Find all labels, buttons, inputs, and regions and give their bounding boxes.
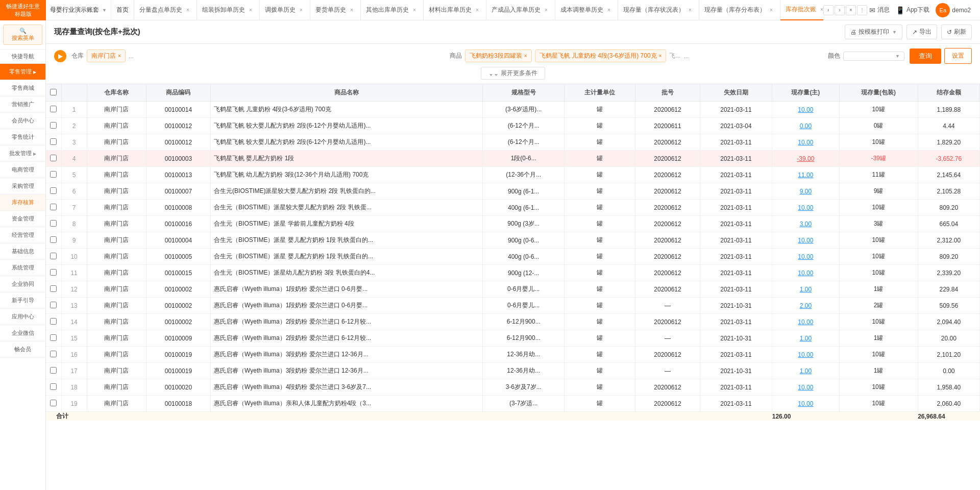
tab-close-icon[interactable]: × — [768, 7, 775, 14]
row-checkbox[interactable] — [50, 122, 57, 129]
sidebar-item-system[interactable]: 系统管理 — [0, 260, 45, 276]
tab-stock-status[interactable]: 现存量（库存状况表） × — [618, 0, 699, 20]
sidebar-item-retail-stats[interactable]: 零售统计 — [0, 129, 45, 145]
tab-close-icon[interactable]: × — [247, 7, 254, 14]
tab-prev-btn[interactable]: ‹ — [823, 5, 834, 15]
row-checkbox[interactable] — [50, 236, 57, 243]
tab-next-btn[interactable]: › — [835, 5, 845, 15]
account-dropdown[interactable]: 母婴行业演示账套 ▼ — [46, 0, 111, 20]
color-filter-dropdown[interactable]: ▼ — [843, 52, 904, 61]
tab-close-icon[interactable]: × — [687, 7, 694, 14]
sidebar-item-enterprise-wechat[interactable]: 企业微信 — [0, 325, 45, 341]
tab-stock-dist[interactable]: 现存量（库存分布表） × — [699, 0, 780, 20]
tab-product-in-history[interactable]: 产成品入库单历史 × — [486, 0, 555, 20]
tab-close-all-btn[interactable]: × — [846, 5, 856, 15]
row-stock-main[interactable]: 9.00 — [772, 183, 839, 200]
tab-split-history[interactable]: 分量盘点单历史 × — [134, 0, 197, 20]
warehouse-filter-tag[interactable]: 南岸门店 × — [87, 50, 126, 62]
sidebar-item-marketing[interactable]: 营销推广 — [0, 96, 45, 113]
row-stock-main[interactable]: 3.00 — [772, 216, 839, 232]
expand-filter-btn[interactable]: ▶ — [54, 50, 66, 62]
tab-request-history[interactable]: 要货单历史 × — [310, 0, 361, 20]
row-stock-main[interactable]: 10.00 — [772, 347, 839, 363]
row-checkbox[interactable] — [50, 138, 57, 145]
row-stock-main[interactable]: -39.00 — [772, 151, 839, 167]
row-checkbox[interactable] — [50, 318, 57, 325]
sidebar-item-retail-mall[interactable]: 零售商城 — [0, 80, 45, 96]
tab-other-out-history[interactable]: 其他出库单历史 × — [361, 0, 424, 20]
sidebar-item-member[interactable]: 会员中心 — [0, 113, 45, 129]
tab-material-out-history[interactable]: 材料出库单历史 × — [424, 0, 486, 20]
row-stock-main[interactable]: 1.00 — [772, 363, 839, 379]
tab-close-icon[interactable]: × — [605, 7, 612, 14]
search-btn[interactable]: 查询 — [910, 48, 941, 64]
row-checkbox[interactable] — [50, 400, 57, 406]
row-stock-main[interactable]: 10.00 — [772, 396, 839, 412]
row-stock-main[interactable]: 10.00 — [772, 134, 839, 151]
remove-warehouse-tag-btn[interactable]: × — [118, 53, 121, 59]
row-stock-main[interactable]: 11.00 — [772, 167, 839, 183]
row-checkbox[interactable] — [50, 220, 57, 227]
row-stock-main[interactable]: 10.00 — [772, 265, 839, 281]
row-checkbox[interactable] — [50, 351, 57, 357]
sidebar-item-purchase[interactable]: 采购管理 — [0, 178, 45, 194]
row-stock-main[interactable]: 10.00 — [772, 200, 839, 216]
sidebar-item-inventory[interactable]: 库存核算 — [0, 194, 45, 211]
search-btn[interactable]: 🔍 搜索英单 — [3, 24, 42, 45]
row-stock-main[interactable]: 0.00 — [772, 118, 839, 134]
setting-btn[interactable]: 设置 — [944, 48, 972, 64]
sidebar-item-wholesale[interactable]: 批发管理 ▶ — [0, 145, 45, 162]
row-stock-main[interactable]: 2.00 — [772, 298, 839, 314]
template-print-btn[interactable]: 🖨 按模板打印 ▼ — [845, 24, 902, 39]
sidebar-item-enterprise[interactable]: 企业协同 — [0, 276, 45, 292]
tab-close-icon[interactable]: × — [298, 7, 305, 14]
row-checkbox[interactable] — [50, 171, 57, 178]
tab-menu-btn[interactable]: ⋮ — [857, 5, 867, 15]
row-stock-main[interactable]: 10.00 — [772, 314, 839, 330]
export-btn[interactable]: ↗ 导出 — [906, 24, 937, 39]
sidebar-item-operations[interactable]: 经营管理 — [0, 227, 45, 243]
row-checkbox[interactable] — [50, 383, 57, 390]
sidebar-item-vip[interactable]: 畅会员 — [0, 341, 45, 358]
sidebar-item-basic[interactable]: 基础信息 — [0, 243, 45, 260]
sidebar-item-app-center[interactable]: 应用中心 — [0, 309, 45, 325]
quick-nav-btn[interactable]: 快捷导航 — [0, 50, 45, 64]
product-filter-tag-1[interactable]: 飞鹤奶粉3段四罐装 × — [465, 50, 532, 62]
tab-disassemble-history[interactable]: 组装拆卸单历史 × — [197, 0, 260, 20]
row-checkbox[interactable] — [50, 155, 57, 161]
tab-cost-adjust-history[interactable]: 成本调整单历史 × — [555, 0, 618, 20]
row-stock-main[interactable]: 10.00 — [772, 102, 839, 118]
user-area[interactable]: Ea demo2 — [936, 3, 971, 17]
remove-product-tag-2-btn[interactable]: × — [659, 53, 662, 59]
row-stock-main[interactable]: 10.00 — [772, 232, 839, 249]
sidebar-item-finance[interactable]: 资金管理 — [0, 211, 45, 227]
tab-home[interactable]: 首页 — [111, 0, 134, 20]
row-checkbox[interactable] — [50, 269, 57, 276]
tab-close-icon[interactable]: × — [411, 7, 418, 14]
tab-close-icon[interactable]: × — [543, 7, 550, 14]
row-checkbox[interactable] — [50, 334, 57, 341]
refresh-btn[interactable]: ↺ 刷新 — [941, 24, 972, 39]
remove-product-tag-1-btn[interactable]: × — [524, 53, 527, 59]
row-checkbox[interactable] — [50, 285, 57, 292]
tab-close-icon[interactable]: × — [818, 6, 823, 13]
row-checkbox[interactable] — [50, 106, 57, 112]
message-btn[interactable]: ✉ 消息 — [869, 6, 890, 14]
expand-more-btn[interactable]: ⌄⌄ 展开更多条件 — [481, 67, 545, 80]
sidebar-item-guide[interactable]: 新手引导 — [0, 292, 45, 309]
row-checkbox[interactable] — [50, 187, 57, 194]
tab-batch-voucher[interactable]: 库存批次账 × — [780, 0, 823, 20]
tab-close-icon[interactable]: × — [474, 7, 481, 14]
tab-close-icon[interactable]: × — [184, 7, 191, 14]
select-all-checkbox[interactable] — [50, 89, 57, 95]
tab-mix-history[interactable]: 调拨单历史 × — [260, 0, 310, 20]
row-stock-main[interactable]: 10.00 — [772, 379, 839, 396]
tab-close-icon[interactable]: × — [348, 7, 355, 14]
row-stock-main[interactable]: 1.00 — [772, 281, 839, 298]
row-checkbox[interactable] — [50, 367, 57, 374]
row-checkbox[interactable] — [50, 253, 57, 259]
sidebar-item-ecommerce[interactable]: 电商管理 — [0, 162, 45, 178]
product-filter-tag-2[interactable]: 飞鹤星飞帆 儿童奶粉 4段(3-6岁适用) 700克 × — [535, 50, 667, 62]
row-checkbox[interactable] — [50, 204, 57, 210]
sidebar-item-retail[interactable]: 零售管理 ▶ — [0, 64, 45, 80]
